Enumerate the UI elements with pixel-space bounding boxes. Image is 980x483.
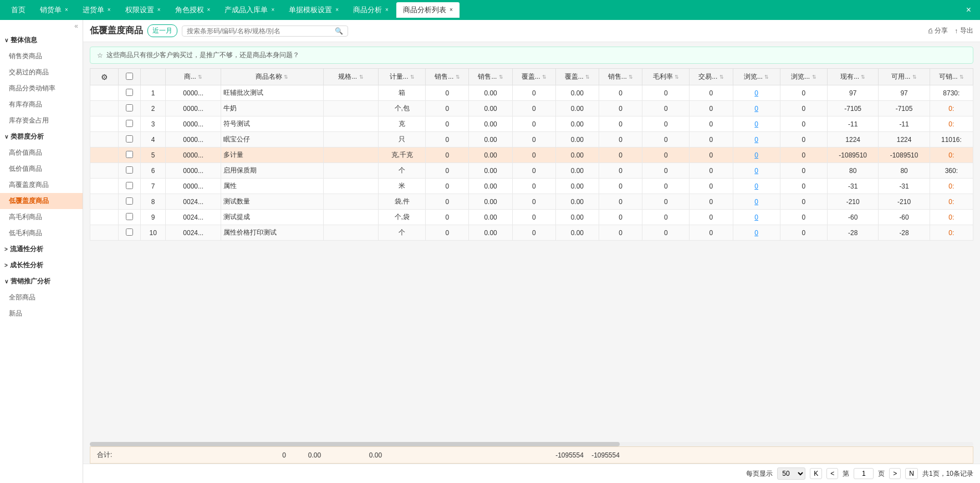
browse-link[interactable]: 0 (754, 182, 758, 190)
sidebar-item-low-value[interactable]: 低价值商品 (0, 161, 83, 177)
cell-check[interactable] (119, 101, 141, 116)
current-page-input[interactable] (854, 468, 874, 479)
nav-tab-permissions[interactable]: 权限设置 × (119, 2, 167, 18)
col-header-cov2[interactable]: 覆盖... ⇅ (555, 69, 599, 85)
col-header-sale-amt[interactable]: 销售... ⇅ (469, 69, 512, 85)
sidebar-item-in-stock[interactable]: 有库存商品 (0, 96, 83, 113)
cell-check[interactable] (119, 179, 141, 194)
cell-browse1[interactable]: 0 (733, 179, 780, 194)
cell-check[interactable] (119, 132, 141, 148)
next-page-button[interactable]: > (889, 468, 901, 479)
cell-check[interactable] (119, 148, 141, 163)
nav-tab-roles-close[interactable]: × (207, 2, 211, 18)
col-header-sale3[interactable]: 销售... ⇅ (599, 69, 642, 85)
sidebar-item-high-value[interactable]: 高价值商品 (0, 145, 83, 161)
cell-check[interactable] (119, 116, 141, 132)
col-header-settings[interactable]: ⚙ (90, 69, 119, 85)
time-filter-button[interactable]: 近一月 (147, 24, 177, 37)
row-checkbox[interactable] (126, 166, 133, 174)
row-checkbox[interactable] (126, 197, 133, 205)
cell-browse1[interactable]: 0 (733, 194, 780, 210)
sidebar-section-flow[interactable]: > 流通性分析 (0, 241, 83, 257)
horizontal-scrollbar[interactable] (90, 442, 973, 446)
cell-check[interactable] (119, 194, 141, 210)
row-checkbox[interactable] (126, 228, 133, 236)
cell-check[interactable] (119, 85, 141, 101)
row-checkbox[interactable] (126, 135, 133, 143)
scrollbar-thumb[interactable] (90, 442, 620, 446)
cell-browse1[interactable]: 0 (733, 101, 780, 116)
row-checkbox[interactable] (126, 151, 133, 158)
sidebar-item-all-goods[interactable]: 全部商品 (0, 289, 83, 306)
browse-link[interactable]: 0 (754, 167, 758, 175)
sidebar-item-high-profit[interactable]: 高毛利商品 (0, 209, 83, 225)
cell-browse1[interactable]: 0 (733, 85, 780, 101)
sidebar-item-low-profit[interactable]: 低毛利商品 (0, 225, 83, 241)
sidebar-item-sales-goods[interactable]: 销售类商品 (0, 48, 83, 64)
col-header-gross[interactable]: 毛利率 ⇅ (642, 69, 690, 85)
col-header-sale-count[interactable]: 销售... ⇅ (426, 69, 469, 85)
nav-tab-sales-close[interactable]: × (65, 2, 68, 18)
row-checkbox[interactable] (126, 89, 133, 96)
col-header-browse1[interactable]: 浏览... ⇅ (733, 69, 780, 85)
cell-check[interactable] (119, 210, 141, 225)
sidebar-section-coverage[interactable]: ∨ 类群度分析 (0, 129, 83, 145)
nav-tab-templates-close[interactable]: × (335, 2, 339, 18)
nav-tab-analysis-close[interactable]: × (385, 2, 389, 18)
sidebar-section-overall[interactable]: ∨ 整体信息 (0, 32, 83, 48)
select-all-checkbox[interactable] (126, 73, 133, 80)
nav-tab-analysis-list[interactable]: 商品分析列表 × (396, 2, 460, 18)
last-page-button[interactable]: N (905, 468, 918, 479)
nav-tab-purchase[interactable]: 进货单 × (76, 2, 118, 18)
search-icon[interactable]: 🔍 (335, 27, 343, 35)
row-checkbox[interactable] (126, 182, 133, 189)
cell-browse1[interactable]: 0 (733, 148, 780, 163)
browse-link[interactable]: 0 (754, 198, 758, 206)
sidebar-item-traded-goods[interactable]: 交易过的商品 (0, 64, 83, 80)
browse-link[interactable]: 0 (754, 229, 758, 237)
row-checkbox[interactable] (126, 120, 133, 127)
col-header-unit[interactable]: 计量... ⇅ (379, 69, 426, 85)
sidebar-item-category-rate[interactable]: 商品分类动销率 (0, 80, 83, 96)
sidebar-section-promo[interactable]: ∨ 营销推广分析 (0, 273, 83, 289)
col-header-name[interactable]: 商品名称 ⇅ (221, 69, 323, 85)
search-input[interactable] (187, 27, 335, 35)
nav-tab-home[interactable]: 首页 (4, 2, 32, 18)
nav-tab-products[interactable]: 产成品入库单 × (218, 2, 281, 18)
cell-browse1[interactable]: 0 (733, 225, 780, 241)
browse-link[interactable]: 0 (754, 213, 758, 221)
sidebar-item-stock-capital[interactable]: 库存资金占用 (0, 113, 83, 129)
row-checkbox[interactable] (126, 104, 133, 111)
cell-check[interactable] (119, 225, 141, 241)
sidebar-collapse-button[interactable]: « (0, 20, 83, 32)
browse-link[interactable]: 0 (754, 136, 758, 144)
cell-browse1[interactable]: 0 (733, 210, 780, 225)
nav-tab-roles[interactable]: 角色授权 × (169, 2, 217, 18)
browse-link[interactable]: 0 (754, 89, 758, 97)
col-header-sale4[interactable]: 可销... ⇅ (930, 69, 973, 85)
nav-tab-permissions-close[interactable]: × (157, 2, 161, 18)
col-header-code[interactable]: 商... ⇅ (166, 69, 221, 85)
nav-tab-sales[interactable]: 销货单 × (33, 2, 75, 18)
nav-tab-analysis-list-close[interactable]: × (450, 2, 453, 18)
cell-browse1[interactable]: 0 (733, 116, 780, 132)
prev-page-button[interactable]: < (826, 468, 838, 479)
sidebar-item-high-coverage[interactable]: 高覆盖度商品 (0, 177, 83, 193)
col-header-avail1[interactable]: 现有... ⇅ (828, 69, 879, 85)
browse-link[interactable]: 0 (754, 105, 758, 113)
nav-tab-analysis[interactable]: 商品分析 × (346, 2, 395, 18)
sidebar-item-new-goods[interactable]: 新品 (0, 306, 83, 322)
nav-tab-templates[interactable]: 单据模板设置 × (282, 2, 345, 18)
window-close-button[interactable]: × (962, 5, 976, 15)
cell-browse1[interactable]: 0 (733, 163, 780, 179)
export-button[interactable]: ↑ 导出 (955, 26, 973, 35)
share-button[interactable]: ⎙ 分享 (928, 26, 948, 35)
col-header-spec[interactable]: 规格... ⇅ (323, 69, 378, 85)
browse-link[interactable]: 0 (754, 120, 758, 128)
browse-link[interactable]: 0 (754, 151, 758, 159)
col-header-avail2[interactable]: 可用... ⇅ (879, 69, 930, 85)
col-header-check[interactable] (119, 69, 141, 85)
cell-browse1[interactable]: 0 (733, 132, 780, 148)
cell-check[interactable] (119, 163, 141, 179)
col-header-browse2[interactable]: 浏览... ⇅ (780, 69, 827, 85)
